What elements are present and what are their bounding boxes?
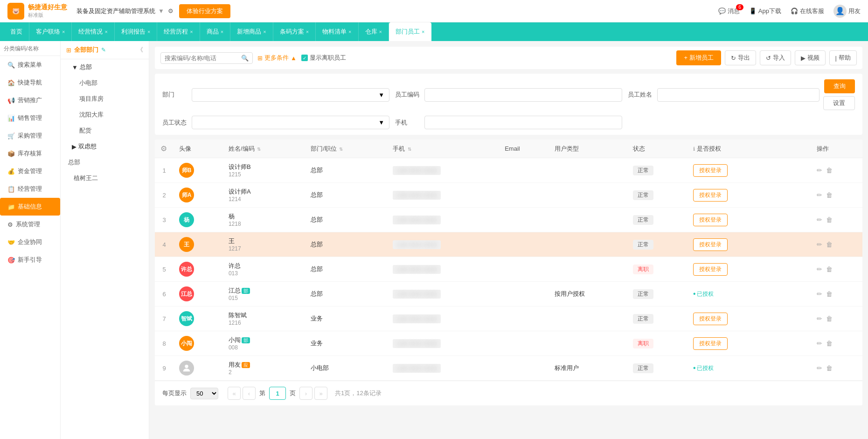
edit-icon[interactable]: ✏ — [817, 364, 822, 372]
delete-icon[interactable]: 🗑 — [826, 191, 833, 199]
settings-icon[interactable]: ⚙ — [168, 7, 174, 14]
edit-icon[interactable]: ✏ — [817, 340, 822, 347]
close-icon[interactable]: × — [306, 29, 309, 35]
prev-page-button[interactable]: ‹ — [243, 387, 256, 400]
sidebar-item-search[interactable]: 🔍 搜索菜单 — [0, 56, 60, 74]
user-menu[interactable]: 👤 用友 — [833, 5, 861, 18]
edit-icon[interactable]: ✏ — [817, 191, 822, 199]
tab-warehouse[interactable]: 仓库× — [359, 22, 389, 41]
auth-button[interactable]: 授权登录 — [693, 189, 728, 202]
sidebar-item-collab[interactable]: 🤝 企业协同 — [0, 233, 60, 251]
auth-button[interactable]: 授权登录 — [693, 238, 728, 251]
sidebar-search-input[interactable] — [4, 45, 61, 52]
tab-customer[interactable]: 客户联络× — [29, 22, 72, 41]
col-name[interactable]: 姓名/编码 ⇅ — [223, 139, 305, 158]
dept-item-project[interactable]: 项目库房 — [72, 91, 149, 107]
tab-goods[interactable]: 商品× — [200, 22, 230, 41]
online-service-button[interactable]: 🎧 在线客服 — [791, 7, 824, 15]
delete-icon[interactable]: 🗑 — [826, 364, 833, 372]
close-icon[interactable]: × — [422, 29, 424, 35]
next-page-button[interactable]: › — [299, 387, 312, 400]
help-button[interactable]: | 帮助 — [829, 50, 857, 65]
delete-icon[interactable]: 🗑 — [826, 340, 833, 347]
close-icon[interactable]: × — [104, 29, 107, 35]
tab-profit[interactable]: 利润报告× — [115, 22, 157, 41]
messages-button[interactable]: 💬 消息 6 — [718, 7, 740, 15]
auth-button[interactable]: 授权登录 — [693, 313, 728, 325]
sidebar-item-quicknav[interactable]: 🏠 快捷导航 — [0, 74, 60, 91]
dept-item-zhishu[interactable]: 植树王二 — [61, 170, 149, 186]
tab-add-goods[interactable]: 新增商品× — [230, 22, 273, 41]
close-icon[interactable]: × — [147, 29, 150, 35]
filter-dept-select[interactable]: ▼ — [192, 88, 389, 102]
filter-phone-input[interactable] — [424, 116, 622, 129]
import-button[interactable]: ↺ 导入 — [760, 50, 791, 65]
filter-status-select[interactable]: ▼ — [192, 116, 389, 129]
delete-icon[interactable]: 🗑 — [826, 167, 833, 174]
close-icon[interactable]: × — [348, 29, 351, 35]
add-employee-button[interactable]: + 新增员工 — [676, 50, 721, 65]
sidebar-item-base-info[interactable]: 📁 基础信息 — [0, 198, 60, 216]
sidebar-item-inventory[interactable]: 📦 库存核算 — [0, 145, 60, 162]
delete-icon[interactable]: 🗑 — [826, 265, 833, 273]
tab-employees[interactable]: 部门员工× — [389, 22, 431, 41]
edit-icon[interactable]: ✏ — [817, 265, 822, 273]
reset-button[interactable]: 设置 — [823, 96, 855, 110]
sidebar-item-finance[interactable]: 💰 资金管理 — [0, 162, 60, 180]
edit-icon[interactable]: ✏ — [817, 290, 822, 298]
show-resigned-toggle[interactable]: ✓ 显示离职员工 — [301, 54, 346, 62]
close-icon[interactable]: × — [379, 29, 382, 35]
delete-icon[interactable]: 🗑 — [826, 315, 833, 322]
col-phone[interactable]: 手机 ⇅ — [387, 139, 499, 158]
delete-icon[interactable]: 🗑 — [826, 241, 833, 248]
dept-item-shenyang[interactable]: 沈阳大库 — [72, 107, 149, 123]
first-page-button[interactable]: « — [228, 387, 241, 400]
trial-button[interactable]: 体验行业方案 — [179, 4, 230, 18]
filter-empcode-input[interactable] — [424, 88, 622, 102]
close-icon[interactable]: × — [263, 29, 266, 35]
col-dept[interactable]: 部门/职位 ⇅ — [305, 139, 387, 158]
auth-button[interactable]: 授权登录 — [693, 337, 728, 350]
last-page-button[interactable]: » — [314, 387, 327, 400]
show-resigned-checkbox[interactable]: ✓ — [301, 55, 308, 61]
edit-icon[interactable]: ✏ — [817, 167, 822, 174]
tab-home[interactable]: 首页 — [4, 22, 29, 41]
dept-tree-edit-icon[interactable]: ✎ — [101, 47, 106, 53]
more-filter-button[interactable]: ⊞ 更多条件 ▲ — [257, 54, 297, 62]
close-icon[interactable]: × — [221, 29, 223, 35]
search-icon[interactable]: 🔍 — [241, 55, 249, 62]
dept-item-shuanglv[interactable]: ▶ 双虑想 — [64, 139, 149, 154]
search-input[interactable] — [165, 55, 239, 62]
app-download-button[interactable]: 📱 App下载 — [749, 7, 781, 15]
dept-item-zongbu-header[interactable]: ▼ 总部 — [64, 59, 149, 75]
delete-icon[interactable]: 🗑 — [826, 216, 833, 223]
sidebar-item-purchase[interactable]: 🛒 采购管理 — [0, 127, 60, 145]
edit-icon[interactable]: ✏ — [817, 216, 822, 223]
tab-bom[interactable]: 物料清单× — [316, 22, 358, 41]
table-settings-icon[interactable]: ⚙ — [160, 145, 167, 153]
tab-barcode[interactable]: 条码方案× — [273, 22, 316, 41]
per-page-select[interactable]: 50 100 200 — [190, 388, 218, 399]
edit-icon[interactable]: ✏ — [817, 241, 822, 248]
tab-operations[interactable]: 经营情况× — [72, 22, 114, 41]
close-icon[interactable]: × — [190, 29, 193, 35]
sidebar-item-business[interactable]: 📋 经营管理 — [0, 180, 60, 198]
sidebar-item-marketing[interactable]: 📢 营销推广 — [0, 91, 60, 109]
dept-item-xiaodian[interactable]: 小电部 — [72, 75, 149, 91]
auth-button[interactable]: 授权登录 — [693, 263, 728, 276]
dept-tree-collapse-icon[interactable]: 《 — [137, 46, 143, 54]
export-button[interactable]: ↻ 导出 — [725, 50, 756, 65]
auth-button[interactable]: 授权登录 — [693, 164, 728, 177]
query-button[interactable]: 查询 — [824, 79, 855, 93]
auth-button[interactable]: 授权登录 — [693, 214, 728, 226]
edit-icon[interactable]: ✏ — [817, 315, 822, 322]
filter-empname-input[interactable] — [657, 88, 819, 102]
sidebar-item-guide[interactable]: 🎯 新手引导 — [0, 251, 60, 269]
sidebar-item-system[interactable]: ⚙ 系统管理 — [0, 216, 60, 233]
sidebar-item-sales[interactable]: 📊 销售管理 — [0, 109, 60, 127]
close-icon[interactable]: × — [62, 29, 65, 35]
dept-item-zongbu2[interactable]: 总部 — [61, 154, 149, 170]
dept-item-peihuo[interactable]: 配货 — [72, 123, 149, 139]
tab-history[interactable]: 经营历程× — [157, 22, 200, 41]
delete-icon[interactable]: 🗑 — [826, 290, 833, 298]
